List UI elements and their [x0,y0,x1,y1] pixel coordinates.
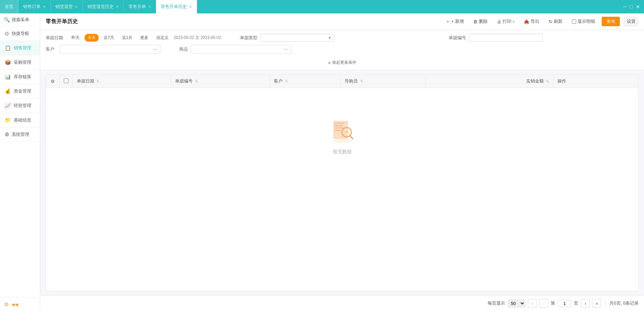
print-button[interactable]: 🖨 打印 ▾ [494,17,517,26]
th-customer-sort-icon: ⇅ [285,79,288,83]
date-btn-more[interactable]: 更多 [137,34,151,42]
total-info: 共0页, 0条记录 [609,300,639,306]
tab-retail-open[interactable]: 零售开单✕ [124,0,156,13]
date-btn-custom[interactable]: 自定义 [153,34,171,42]
tab-retail-open-history[interactable]: 零售开单历史✕ [156,0,197,13]
filter-row-1: 单据日期 昨天 今天 近7天 近1月 更多 自定义 2023-06-02 至 2… [46,34,639,42]
system-mgmt-icon: ⚙ [5,132,9,138]
print-label: 打印 [503,18,511,24]
th-amount[interactable]: 实销金额 ⇅ [426,75,553,88]
sidebar-search[interactable]: 🔍 搜索采单 [0,13,40,27]
quick-nav-icon: ⊙ [5,31,9,37]
th-settings[interactable]: ⚙ [46,75,59,88]
sidebar-item-basic-info[interactable]: 📁 基础信息 [0,113,40,127]
settings-button[interactable]: 设置 [624,17,639,26]
order-type-dropdown-icon: ▾ [329,35,331,40]
sidebar-bottom: ⚙ ◀◀ [0,298,40,311]
print-dropdown-icon: ▾ [513,20,514,23]
date-btn-today[interactable]: 今天 [85,34,99,42]
goods-input[interactable] [194,47,283,52]
th-action: 操作 [553,75,638,88]
collapse-label: 收起更多条件 [332,60,356,65]
th-salesperson[interactable]: 导购员 ⇅ [341,75,426,88]
window-close-icon[interactable]: ✕ [636,4,640,10]
th-amount-sort-icon: ⇅ [546,79,549,83]
tab-close-sales-return-history[interactable]: ✕ [116,5,119,9]
sidebar-label-operations: 经营管理 [14,103,31,109]
tab-home[interactable]: 首页 [0,0,18,13]
window-min-icon[interactable]: ─ [623,4,627,10]
th-salesperson-sort-icon: ⇅ [360,79,363,83]
svg-point-7 [344,129,350,135]
settings-label: 设置 [627,18,636,24]
collapse-sidebar-icon[interactable]: ◀◀ [11,302,18,307]
filter-row-2: 客户 ··· 商品 ··· [46,45,639,54]
print-icon: 🖨 [497,19,501,24]
sidebar-item-quick-nav[interactable]: ⊙ 快捷导航 [0,27,40,41]
next-page-button[interactable]: › [581,299,590,308]
prev-page-button[interactable]: ‹ [539,299,548,308]
refresh-button[interactable]: ↻ 刷新 [546,17,565,26]
display-detail-button[interactable]: 显示明细 [569,17,598,26]
sidebar-label-purchase-mgmt: 采购管理 [14,59,31,65]
query-button[interactable]: 查询 [602,17,620,26]
date-btn-7days[interactable]: 近7天 [101,34,117,42]
add-button[interactable]: ＋ + 新增 [443,17,466,26]
sidebar: 🔍 搜索采单 ⊙ 快捷导航 📋 销售管理 📦 采购管理 📊 库存核算 💰 资金管… [0,13,40,311]
first-page-button[interactable]: « [528,299,537,308]
sidebar-item-operations[interactable]: 📈 经营管理 [0,99,40,113]
per-page-select[interactable]: 50 10 20 100 [508,300,525,307]
date-filter-label: 单据日期 [46,35,63,41]
order-type-label: 单据类型 [240,35,257,41]
date-btn-1month[interactable]: 近1月 [119,34,136,42]
th-no-label: 单据编号 [175,79,193,84]
order-type-select[interactable]: ▾ [260,34,334,42]
finance-icon: 💰 [5,88,11,94]
table-body: 暂无数据 [46,88,638,182]
sidebar-item-finance[interactable]: 💰 资金管理 [0,84,40,99]
tab-close-retail-open-history[interactable]: ✕ [189,5,192,9]
goods-search-icon[interactable]: ··· [284,46,288,52]
th-date[interactable]: 单据日期 ⇅ [72,75,171,88]
sidebar-label-inventory: 库存核算 [14,74,31,80]
collapse-filter-button[interactable]: ∧ 收起更多条件 [325,58,359,67]
tab-sales-return[interactable]: 销货退货✕ [51,0,83,13]
sidebar-item-system-mgmt[interactable]: ⚙ 系统管理 [0,127,40,142]
th-customer[interactable]: 客户 ⇅ [270,75,341,88]
add-icon: ＋ [446,18,450,24]
settings-icon[interactable]: ⚙ [4,301,9,308]
last-page-button[interactable]: » [592,299,601,308]
export-button[interactable]: 📤 导出 [521,17,542,26]
main-layout: 🔍 搜索采单 ⊙ 快捷导航 📋 销售管理 📦 采购管理 📊 库存核算 💰 资金管… [0,13,644,311]
window-controls: ─ □ ✕ [619,4,644,10]
sidebar-item-sales-mgmt[interactable]: 📋 销售管理 [0,41,40,55]
date-btn-yesterday[interactable]: 昨天 [68,34,83,42]
per-page-label: 每页显示 [488,300,505,306]
order-no-input[interactable] [469,34,543,42]
tab-label-sales-order: 销售订单 [23,4,41,10]
sidebar-item-purchase-mgmt[interactable]: 📦 采购管理 [0,55,40,70]
sidebar-item-inventory[interactable]: 📊 库存核算 [0,70,40,84]
tab-close-sales-order[interactable]: ✕ [43,5,46,9]
tab-close-sales-return[interactable]: ✕ [75,5,78,9]
purchase-mgmt-icon: 📦 [5,59,11,65]
svg-line-8 [350,136,353,139]
select-all-checkbox[interactable] [64,79,68,83]
page-label: 第 [551,300,555,306]
export-label: 导出 [531,18,539,24]
th-no[interactable]: 单据编号 ⇅ [171,75,270,88]
sidebar-label-finance: 资金管理 [14,88,31,94]
header-actions: ＋ + 新增 🗑 删除 🖨 打印 ▾ 📤 导出 ↻ [443,17,639,26]
display-detail-checkbox[interactable] [572,19,576,24]
tab-sales-order[interactable]: 销售订单✕ [18,0,51,13]
tab-close-retail-open[interactable]: ✕ [148,5,151,9]
table-wrapper: ⚙ 单据日期 ⇅ 单据编号 ⇅ [46,74,639,291]
delete-button[interactable]: 🗑 删除 [470,17,490,26]
order-no-label: 单据编号 [449,35,466,41]
tab-sales-return-history[interactable]: 销货退货历史✕ [83,0,124,13]
customer-input[interactable] [63,47,152,52]
top-bar: 首页销售订单✕销货退货✕销货退货历史✕零售开单✕零售开单历史✕ ─ □ ✕ [0,0,644,13]
page-number-input[interactable] [558,300,571,307]
window-max-icon[interactable]: □ [630,4,633,10]
customer-search-icon[interactable]: ··· [153,46,157,52]
